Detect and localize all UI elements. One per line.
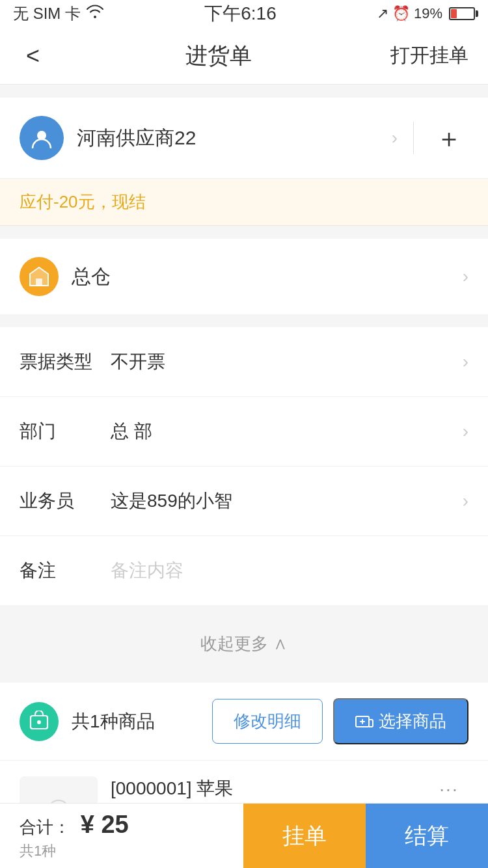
supplier-name: 河南供应商22 [77,125,385,152]
hang-button[interactable]: 挂单 [243,804,366,869]
invoice-row[interactable]: 票据类型 不开票 › [0,327,488,397]
battery-percent: 19% [414,5,442,22]
invoice-value: 不开票 [111,349,456,374]
supplier-chevron-icon: › [392,128,398,148]
invoice-chevron-icon: › [463,351,468,372]
location-icon: ↗ [377,5,388,22]
remark-label: 备注 [20,558,98,583]
select-product-button[interactable]: 选择商品 [333,698,468,744]
remark-row[interactable]: 备注 备注内容 [0,536,488,605]
status-right: ↗ ⏰ 19% [377,5,475,22]
wifi-icon [86,5,104,23]
supplier-row[interactable]: 河南供应商22 › ＋ [0,98,488,179]
add-button[interactable]: ＋ [429,120,468,156]
svg-point-3 [37,720,41,724]
remark-input[interactable]: 备注内容 [111,558,468,583]
status-bar: 无 SIM 卡 下午6:16 ↗ ⏰ 19% [0,0,488,27]
sales-row[interactable]: 业务员 这是859的小智 › [0,467,488,536]
warehouse-chevron-icon: › [463,266,468,287]
notice-bar: 应付-20元，现结 [0,179,488,226]
product-count-text: 共1种商品 [72,709,212,734]
dept-chevron-icon: › [463,421,468,442]
status-left: 无 SIM 卡 [13,3,104,24]
battery-icon [449,7,475,20]
notice-text: 应付-20元，现结 [20,192,146,211]
supplier-divider [413,122,414,154]
warehouse-name: 总仓 [72,264,456,290]
page-title: 进货单 [185,41,252,71]
footer: 合计： ¥ 25 共1种 挂单 结算 [0,803,488,868]
total-sub: 共1种 [20,841,224,861]
supplier-avatar [20,116,64,160]
product-more-button[interactable]: ··· [429,776,468,802]
warehouse-section[interactable]: 总仓 › [0,239,488,314]
svg-rect-1 [36,278,42,286]
total-amount: ¥ 25 [81,811,129,838]
dept-label: 部门 [20,419,98,444]
supplier-section: 河南供应商22 › ＋ 应付-20元，现结 [0,98,488,226]
invoice-label: 票据类型 [20,349,98,374]
open-hang-button[interactable]: 打开挂单 [390,42,468,69]
nav-bar: < 进货单 打开挂单 [0,27,488,85]
carrier-text: 无 SIM 卡 [13,3,81,24]
sales-chevron-icon: › [463,491,468,511]
collapse-label: 收起更多 ∧ [200,634,287,653]
product-code: [0000001] [111,778,192,798]
total-label: 合计： [20,817,70,837]
collapse-bar[interactable]: 收起更多 ∧ [0,618,488,670]
footer-total: 合计： ¥ 25 共1种 [0,811,243,861]
dept-value: 总 部 [111,419,456,444]
warehouse-icon [20,257,59,296]
back-button[interactable]: < [20,36,46,76]
product-count-icon [20,702,59,741]
modify-detail-button[interactable]: 修改明细 [212,699,323,744]
product-header: 共1种商品 修改明细 选择商品 [0,683,488,761]
sales-label: 业务员 [20,489,98,513]
dept-row[interactable]: 部门 总 部 › [0,397,488,467]
form-section: 票据类型 不开票 › 部门 总 部 › 业务员 这是859的小智 › 备注 备注… [0,327,488,605]
select-product-label: 选择商品 [379,710,446,733]
product-title: 苹果 [197,778,233,798]
sales-value: 这是859的小智 [111,489,456,513]
product-name: [0000001] 苹果 [111,776,429,801]
status-time: 下午6:16 [204,1,277,26]
alarm-icon: ⏰ [392,5,410,22]
checkout-button[interactable]: 结算 [366,804,488,869]
